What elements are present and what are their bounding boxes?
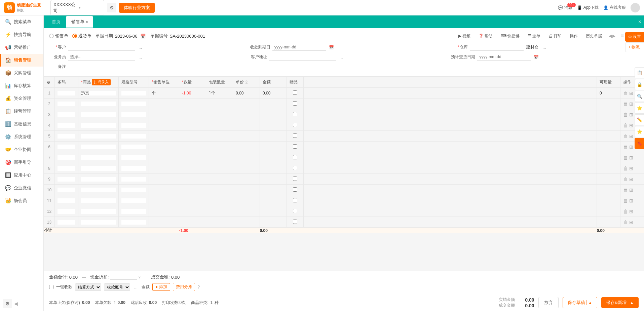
history-btn[interactable]: 历史单据 [583,32,605,40]
row-product-1[interactable] [78,99,119,109]
row-amount-6[interactable] [260,152,287,163]
row-amount-11[interactable] [260,206,287,217]
row-copy-icon-5[interactable]: ⊞ [629,144,633,150]
row-copy-icon-12[interactable]: ⊞ [629,220,633,225]
row-pack-qty-12[interactable] [206,217,233,228]
row-product-4[interactable] [78,131,119,142]
logistics-float-btn[interactable]: + 物流 [625,42,644,52]
row-delete-icon-7[interactable]: 🗑 [623,166,628,171]
company-settings-icon[interactable]: ⚙ [107,3,116,12]
row-pack-qty-3[interactable] [206,120,233,131]
row-unit-8[interactable] [149,174,179,185]
row-barcode-6[interactable] [55,152,78,163]
float-btn-4[interactable]: ⭐ [635,103,644,114]
sidebar-item-inventory[interactable]: 📊 库存核算 [0,79,43,92]
row-unit-11[interactable] [149,206,179,217]
message-icon-btn[interactable]: 💬 消息 99+ [558,5,572,10]
row-copy-icon-4[interactable]: ⊞ [629,133,633,139]
sidebar-item-management[interactable]: 📋 经营管理 [0,105,43,118]
warehouse-ellipsis-icon[interactable]: ... [541,45,547,50]
shortcuts-btn[interactable]: ⌨ 快捷键 [498,32,522,40]
row-barcode-11[interactable] [55,206,78,217]
row-gift-7[interactable] [287,163,304,174]
radio-return-order[interactable]: 退货单 [72,33,91,39]
row-pack-qty-8[interactable] [206,174,233,185]
row-price-9[interactable] [233,185,260,195]
row-gift-2[interactable] [287,109,304,120]
sidebar-item-basics[interactable]: ℹ️ 基础信息 [0,118,43,130]
row-spec-1[interactable] [119,99,149,109]
row-product-11[interactable] [78,206,119,217]
draft-dropdown-icon[interactable]: ▲ [586,300,593,305]
row-product-10[interactable] [78,195,119,206]
row-gift-6[interactable] [287,152,304,163]
row-qty-2[interactable] [179,109,206,120]
row-amount-12[interactable] [260,217,287,228]
float-btn-3[interactable]: 🔍 [635,91,644,102]
nav-next-icon[interactable]: ▶ [612,34,615,38]
float-btn-6[interactable]: ⭐ [635,126,644,137]
row-gift-8[interactable] [287,174,304,185]
app-download-btn[interactable]: 📱 App下载 [577,5,599,10]
online-service-btn[interactable]: 👤 在线客服 [603,5,626,10]
float-btn-1[interactable]: 📋 [635,67,644,78]
operations-btn[interactable]: 操作 [567,32,580,40]
cash-discount-help-icon[interactable]: ? [139,275,141,279]
date-calendar-icon[interactable]: 📅 [140,34,146,39]
save-new-button[interactable]: 保存&新增 ▲ [601,297,639,308]
delivery-date-cal-icon[interactable]: 📅 [533,55,539,60]
row-barcode-8[interactable] [55,174,78,185]
sidebar-item-collab[interactable]: 🤝 企业协同 [0,143,43,156]
row-pack-qty-10[interactable] [206,195,233,206]
sidebar-item-system[interactable]: ⚙️ 系统管理 [0,130,43,143]
row-qty-11[interactable] [179,206,206,217]
row-unit-1[interactable] [149,99,179,109]
row-delete-icon-10[interactable]: 🗑 [623,198,628,203]
remark-input[interactable] [68,63,202,70]
radio-sales-order[interactable]: 销售单 [49,33,68,39]
row-spec-4[interactable] [119,131,149,142]
row-price-4[interactable] [233,131,260,142]
row-amount-10[interactable] [260,195,287,206]
row-spec-12[interactable] [119,217,149,228]
row-amount-2[interactable] [260,109,287,120]
row-delete-icon-0[interactable]: 🗑 [623,90,628,96]
sidebar-item-purchase[interactable]: 📦 采购管理 [0,67,43,79]
row-spec-5[interactable] [119,142,149,152]
row-spec-3[interactable] [119,120,149,131]
row-pack-qty-7[interactable] [206,163,233,174]
float-btn-2[interactable]: 🔒 [635,79,644,90]
row-unit-7[interactable] [149,163,179,174]
table-scroll-area[interactable]: ⚙ 条码 *商品 扫码录入 规格型号 *销售单位 *数量 包装数量 单价 ⓘ 金… [44,77,644,271]
row-gift-11[interactable] [287,206,304,217]
row-unit-6[interactable] [149,152,179,163]
sidebar-item-appcenter[interactable]: 🔲 应用中心 [0,169,43,182]
tab-sales-order[interactable]: 销售单 × [66,16,93,28]
row-delete-icon-2[interactable]: 🗑 [623,112,628,117]
sidebar-item-guide[interactable]: 🎯 新手引导 [0,156,43,169]
row-delete-icon-11[interactable]: 🗑 [623,209,628,214]
row-delete-icon-5[interactable]: 🗑 [623,144,628,150]
delivery-date-input[interactable] [477,53,531,61]
row-delete-icon-8[interactable]: 🗑 [623,177,628,182]
global-close-icon[interactable]: × [638,19,641,25]
float-btn-7[interactable]: 🔖 [635,138,644,149]
row-pack-qty-5[interactable] [206,142,233,152]
row-amount-4[interactable] [260,131,287,142]
row-qty-0[interactable]: -1.00 [179,88,206,99]
row-price-0[interactable]: 0.00 [233,88,260,99]
row-product-2[interactable] [78,109,119,120]
customer-input[interactable] [68,44,135,51]
row-delete-icon-9[interactable]: 🗑 [623,187,628,193]
sidebar-collapse-icon[interactable]: ◀ [14,301,18,306]
sidebar-settings-icon[interactable]: ⚙ [3,299,12,308]
row-amount-1[interactable] [260,99,287,109]
row-pack-qty-11[interactable] [206,206,233,217]
row-product-6[interactable] [78,152,119,163]
row-gift-10[interactable] [287,195,304,206]
row-gift-3[interactable] [287,120,304,131]
row-barcode-5[interactable] [55,142,78,152]
row-qty-9[interactable] [179,185,206,195]
row-qty-5[interactable] [179,142,206,152]
row-barcode-1[interactable] [55,99,78,109]
